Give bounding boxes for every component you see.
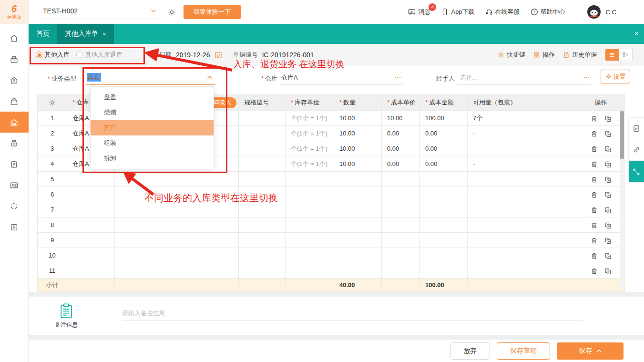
radio-other-inbound[interactable]: 其他入库	[36, 51, 70, 59]
cell-spec[interactable]	[239, 156, 286, 172]
cell-qty[interactable]: 10.00	[334, 156, 382, 172]
dropdown-option[interactable]: 组装	[91, 135, 214, 151]
notes-float-button[interactable]	[629, 118, 644, 139]
cell-qty[interactable]	[334, 202, 382, 217]
cell-warehouse[interactable]	[67, 172, 115, 187]
delete-row-icon[interactable]	[591, 191, 598, 198]
cell-qty[interactable]	[334, 187, 382, 202]
cell-spec[interactable]	[239, 111, 286, 126]
dropdown-option[interactable]: 盘盈	[91, 90, 214, 105]
cell-price[interactable]	[382, 217, 420, 233]
column-settings-icon[interactable]	[49, 99, 56, 106]
copy-row-icon[interactable]	[604, 130, 612, 137]
date-value[interactable]: 2019-12-26	[176, 51, 210, 59]
delete-row-icon[interactable]	[591, 207, 598, 214]
delete-row-icon[interactable]	[591, 145, 598, 153]
delete-row-icon[interactable]	[591, 252, 598, 259]
cell-spec[interactable]	[239, 233, 286, 248]
tab-close-icon[interactable]: ×	[102, 31, 106, 38]
copy-row-icon[interactable]	[604, 115, 612, 122]
save-draft-button[interactable]: 保存草稿	[497, 342, 550, 360]
cell-spec[interactable]	[239, 187, 286, 202]
cell-spec[interactable]	[239, 141, 286, 156]
dropdown-option[interactable]: 拆卸	[91, 151, 214, 166]
user-menu[interactable]: C C	[587, 5, 616, 19]
sidebar-item-sales[interactable]: $	[0, 70, 29, 91]
cell-qty[interactable]	[334, 248, 382, 263]
link-float-button[interactable]	[629, 139, 644, 161]
copy-row-icon[interactable]	[604, 222, 612, 229]
cell-price[interactable]: 0.00	[382, 126, 420, 141]
cell-qty[interactable]: 10.00	[334, 126, 382, 141]
delete-row-icon[interactable]	[591, 115, 598, 122]
online-service-menu-item[interactable]: 在线客服	[485, 8, 520, 16]
messages-menu-item[interactable]: 消息 4	[408, 8, 430, 16]
delete-row-icon[interactable]	[591, 237, 598, 244]
cell-warehouse[interactable]	[67, 233, 115, 248]
help-center-menu-item[interactable]: ? 帮助中心	[531, 8, 565, 16]
cancel-button[interactable]: 放弃	[450, 342, 490, 360]
operations-button[interactable]: 操作	[533, 51, 555, 59]
cell-price[interactable]	[382, 202, 420, 217]
delete-row-icon[interactable]	[591, 130, 598, 137]
cell-price[interactable]: 10.00	[382, 111, 420, 126]
shortcut-button[interactable]: 快捷键	[498, 51, 525, 59]
cell-warehouse[interactable]	[67, 248, 115, 263]
cell-warehouse[interactable]	[67, 263, 115, 279]
sidebar-item-gift[interactable]	[0, 49, 29, 70]
cell-product[interactable]	[115, 202, 239, 217]
cell-qty[interactable]: 10.00	[334, 111, 382, 126]
cell-product[interactable]	[115, 263, 239, 279]
tab-other-inbound[interactable]: 其他入库单 ×	[57, 24, 114, 44]
workspace-settings-icon[interactable]	[168, 8, 176, 16]
cell-warehouse[interactable]	[67, 187, 115, 202]
cell-qty[interactable]: 10.00	[334, 141, 382, 156]
cell-warehouse[interactable]	[67, 202, 115, 217]
cell-spec[interactable]	[239, 172, 286, 187]
sidebar-item-new[interactable]: 新	[0, 217, 29, 238]
app-download-menu-item[interactable]: App下载	[441, 8, 474, 16]
expand-float-button[interactable]	[629, 161, 644, 182]
dropdown-option[interactable]: 其它	[91, 120, 214, 135]
delete-row-icon[interactable]	[591, 268, 598, 275]
sidebar-item-warehouse[interactable]	[0, 112, 29, 133]
remark-input[interactable]	[122, 306, 583, 321]
cell-price[interactable]	[382, 233, 420, 248]
copy-row-icon[interactable]	[604, 191, 612, 198]
cell-product[interactable]	[115, 217, 239, 233]
calendar-icon[interactable]	[215, 51, 222, 59]
grid-scrollbar-thumb[interactable]	[620, 111, 624, 159]
sidebar-item-finance[interactable]: ¥	[0, 133, 29, 154]
company-select[interactable]: TEST-H002	[42, 5, 158, 19]
radio-other-inbound-return[interactable]: 其他入库退库	[76, 51, 123, 59]
cell-spec[interactable]	[239, 263, 286, 279]
warehouse-more-button[interactable]: ...	[395, 72, 401, 80]
cell-spec[interactable]	[239, 202, 286, 217]
card-view-button[interactable]	[619, 49, 632, 61]
trial-button[interactable]: 我要体验一下	[184, 5, 241, 19]
copy-row-icon[interactable]	[604, 207, 612, 214]
copy-row-icon[interactable]	[604, 237, 612, 244]
cell-product[interactable]	[115, 248, 239, 263]
copy-row-icon[interactable]	[604, 161, 612, 168]
cell-spec[interactable]	[239, 248, 286, 263]
sidebar-item-contacts[interactable]	[0, 175, 29, 196]
cell-qty[interactable]	[334, 233, 382, 248]
handler-select[interactable]: 选择... ...	[457, 72, 591, 85]
copy-row-icon[interactable]	[604, 176, 612, 183]
cell-spec[interactable]	[239, 217, 286, 233]
sidebar-item-home[interactable]	[0, 28, 29, 49]
biz-type-select[interactable]: 其它	[86, 72, 215, 85]
close-all-icon[interactable]: ×	[634, 24, 639, 44]
dropdown-option[interactable]: 受赠	[91, 105, 214, 120]
cell-qty[interactable]	[334, 172, 382, 187]
copy-row-icon[interactable]	[604, 252, 612, 259]
delete-row-icon[interactable]	[591, 222, 598, 229]
cell-price[interactable]	[382, 187, 420, 202]
cell-product[interactable]	[115, 233, 239, 248]
handler-more-button[interactable]: ...	[583, 72, 590, 80]
cell-product[interactable]	[115, 172, 239, 187]
delete-row-icon[interactable]	[591, 161, 598, 168]
copy-row-icon[interactable]	[604, 268, 612, 275]
save-button[interactable]: 保存	[557, 342, 624, 360]
